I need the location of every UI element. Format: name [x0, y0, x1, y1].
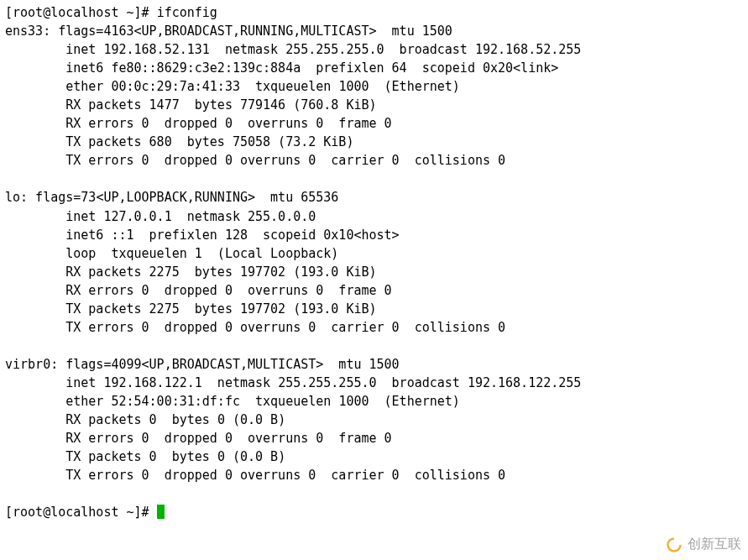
iface-ens33-ether: ether 00:0c:29:7a:41:33 txqueuelen 1000 …	[65, 79, 460, 94]
cursor-icon[interactable]	[157, 505, 165, 519]
iface-ens33-inet6: inet6 fe80::8629:c3e2:139c:884a prefixle…	[65, 60, 558, 76]
iface-virbr0-ether: ether 52:54:00:31:df:fc txqueuelen 1000 …	[65, 394, 460, 409]
iface-lo-inet6: inet6 ::1 prefixlen 128 scopeid 0x10<hos…	[65, 228, 399, 243]
iface-lo-rx-errors: RX errors 0 dropped 0 overruns 0 frame 0	[65, 283, 391, 298]
shell-prompt: [root@localhost ~]#	[5, 5, 157, 20]
iface-virbr0-rx-packets: RX packets 0 bytes 0 (0.0 B)	[65, 412, 285, 427]
iface-virbr0-tx-packets: TX packets 0 bytes 0 (0.0 B)	[65, 449, 285, 464]
iface-ens33-tx-packets: TX packets 680 bytes 75058 (73.2 KiB)	[65, 134, 353, 149]
iface-virbr0-header: virbr0: flags=4099<UP,BROADCAST,MULTICAS…	[5, 357, 400, 372]
iface-virbr0-inet: inet 192.168.122.1 netmask 255.255.255.0…	[65, 375, 581, 390]
shell-prompt: [root@localhost ~]#	[5, 505, 157, 520]
iface-ens33-header: ens33: flags=4163<UP,BROADCAST,RUNNING,M…	[5, 24, 452, 39]
iface-lo-rx-packets: RX packets 2275 bytes 197702 (193.0 KiB)	[65, 264, 376, 280]
iface-virbr0-tx-errors: TX errors 0 dropped 0 overruns 0 carrier…	[65, 468, 505, 483]
iface-lo-loop: loop txqueuelen 1 (Local Loopback)	[65, 246, 338, 261]
watermark-text: 创新互联	[688, 536, 741, 553]
iface-lo-tx-errors: TX errors 0 dropped 0 overruns 0 carrier…	[65, 320, 505, 335]
watermark: 创新互联	[666, 536, 741, 553]
terminal-output[interactable]: [root@localhost ~]# ifconfig ens33: flag…	[0, 0, 748, 525]
svg-point-0	[668, 538, 681, 551]
iface-ens33-rx-packets: RX packets 1477 bytes 779146 (760.8 KiB)	[65, 97, 376, 113]
iface-lo-tx-packets: TX packets 2275 bytes 197702 (193.0 KiB)	[65, 301, 376, 317]
iface-ens33-tx-errors: TX errors 0 dropped 0 overruns 0 carrier…	[65, 153, 505, 168]
iface-ens33-inet: inet 192.168.52.131 netmask 255.255.255.…	[65, 42, 581, 57]
logo-icon	[666, 536, 683, 553]
iface-lo-header: lo: flags=73<UP,LOOPBACK,RUNNING> mtu 65…	[5, 190, 338, 205]
iface-lo-inet: inet 127.0.0.1 netmask 255.0.0.0	[65, 209, 316, 224]
iface-virbr0-rx-errors: RX errors 0 dropped 0 overruns 0 frame 0	[65, 431, 391, 446]
iface-ens33-rx-errors: RX errors 0 dropped 0 overruns 0 frame 0	[65, 116, 391, 131]
command-text: ifconfig	[157, 5, 217, 20]
